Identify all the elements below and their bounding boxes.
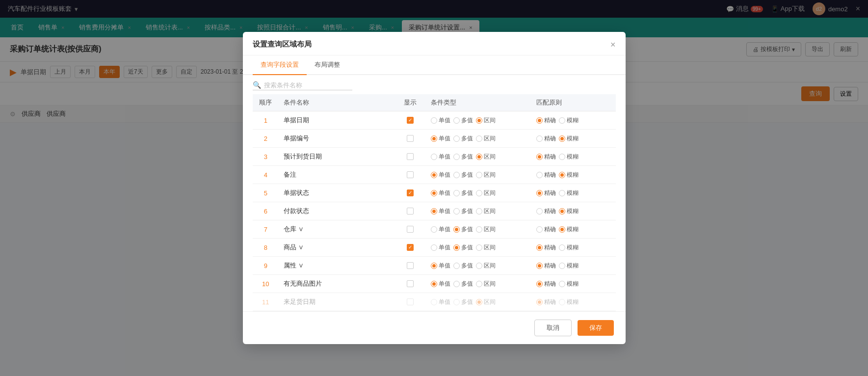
table-header-row: 顺序 条件名称 显示 条件类型 匹配原则 (253, 94, 616, 111)
radio-dot (431, 117, 437, 123)
cell-order: 1 (253, 111, 279, 123)
type-radio-item[interactable]: 多值 (453, 116, 473, 123)
cell-name: 单据日期 (279, 111, 395, 123)
th-name: 条件名称 (279, 94, 395, 111)
th-rule: 匹配原则 (531, 94, 616, 111)
modal-close-btn[interactable]: × (610, 40, 616, 49)
radio-dot (536, 117, 543, 123)
modal-header: 设置查询区域布局 × (243, 32, 626, 55)
search-icon: 🔍 (253, 81, 261, 89)
type-radio-item[interactable]: 区间 (476, 116, 496, 123)
modal-dialog: 设置查询区域布局 × 查询字段设置 布局调整 🔍 顺序 条件名称 显示 (243, 32, 626, 123)
cell-display (395, 111, 426, 123)
th-order: 顺序 (253, 94, 279, 111)
tab-layout-adjust[interactable]: 布局调整 (307, 55, 348, 75)
tab-query-fields[interactable]: 查询字段设置 (253, 55, 307, 75)
display-checkbox[interactable] (407, 117, 414, 123)
table-row: 1单据日期单值多值区间精确模糊 (253, 111, 616, 123)
modal-title: 设置查询区域布局 (253, 40, 312, 49)
rule-radio-item[interactable]: 模糊 (559, 116, 579, 123)
modal-table-wrap: 顺序 条件名称 显示 条件类型 匹配原则 1单据日期单值多值区间精确模糊2单据编… (243, 94, 626, 123)
condition-search-input[interactable] (264, 81, 352, 89)
cell-type: 单值多值区间 (426, 111, 531, 123)
radio-dot (559, 117, 565, 123)
modal-overlay: 设置查询区域布局 × 查询字段设置 布局调整 🔍 顺序 条件名称 显示 (0, 0, 868, 123)
th-type: 条件类型 (426, 94, 531, 111)
radio-dot (453, 117, 460, 123)
rule-radio-item[interactable]: 精确 (536, 116, 556, 123)
cell-rule: 精确模糊 (531, 111, 616, 123)
search-input-wrap: 🔍 (253, 81, 352, 90)
modal-search-area: 🔍 (243, 75, 626, 94)
type-radio-item[interactable]: 单值 (431, 116, 450, 123)
modal-tabs: 查询字段设置 布局调整 (243, 55, 626, 75)
conditions-table: 顺序 条件名称 显示 条件类型 匹配原则 1单据日期单值多值区间精确模糊2单据编… (253, 94, 616, 123)
th-display: 显示 (395, 94, 426, 111)
radio-dot (476, 117, 482, 123)
